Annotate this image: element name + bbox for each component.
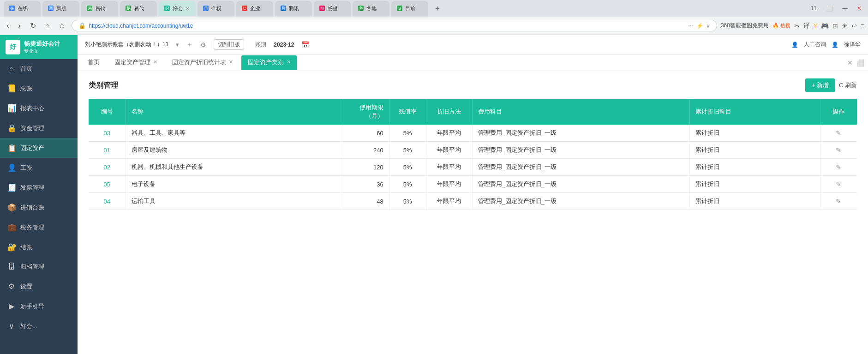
page-header: 类别管理 + 新增 C 刷新 (89, 78, 857, 92)
cell-method: 年限平均 (426, 176, 472, 193)
browser-tab-9[interactable]: M 畅提 (314, 1, 351, 16)
add-btn[interactable]: + 新增 (805, 78, 835, 92)
browser-tab-bar: 在 在线 新 新版 易 易代 易 易代 好 好会 ✕ 个 个税 C 企业 腾 腾… (0, 0, 868, 17)
bookmark-button[interactable]: ☆ (56, 19, 68, 32)
calendar-icon[interactable]: 📅 (301, 41, 309, 48)
browser-tab-10[interactable]: 各 各地 (353, 1, 389, 16)
coin-icon: ¥ (814, 22, 817, 30)
browser-tab-5[interactable]: 好 好会 ✕ (159, 1, 196, 16)
code-link[interactable]: 05 (104, 181, 110, 188)
sidebar-item-settings[interactable]: ⚙ 设置 (0, 276, 78, 296)
page-tab-assets-mgmt[interactable]: 固定资产管理 ✕ (108, 55, 164, 70)
sidebar-item-reports[interactable]: 📊 报表中心 (0, 98, 78, 118)
sidebar-item-assets[interactable]: 📋 固定资产 (0, 138, 78, 158)
settings-icon: ⚙ (7, 282, 16, 291)
edit-btn[interactable]: ✎ (836, 146, 841, 154)
col-header-expense: 费用科目 (472, 99, 689, 125)
cell-method: 年限平均 (426, 193, 472, 210)
tax-icon: 💼 (7, 223, 16, 232)
sidebar-item-payroll[interactable]: 👤 工资 (0, 158, 78, 178)
switch-version-btn[interactable]: 切到旧版 (214, 39, 244, 50)
code-link[interactable]: 01 (104, 147, 110, 154)
sidebar-item-closing[interactable]: 🔐 结账 (0, 237, 78, 257)
forward-button[interactable]: › (15, 20, 23, 32)
browser-tab-11[interactable]: S 目前 (391, 1, 428, 16)
expand-panel-btn[interactable]: ⬜ (856, 59, 864, 66)
cell-code: 05 (89, 176, 126, 193)
close-panel-btn[interactable]: ✕ (847, 59, 853, 66)
col-header-ops: 操作 (820, 99, 857, 125)
address-bar[interactable]: 🔒 https://cloud.chanjet.com/accounting/u… (72, 20, 717, 31)
browser-tab-3[interactable]: 易 易代 (81, 1, 118, 16)
tab-close-5[interactable]: ✕ (186, 6, 189, 11)
sidebar-item-funds[interactable]: 🔒 资金管理 (0, 118, 78, 138)
dropdown-arrow[interactable]: ▾ (176, 41, 179, 48)
window-close[interactable]: ✕ (854, 4, 864, 12)
refresh-btn[interactable]: C 刷新 (839, 78, 857, 92)
menu-icon[interactable]: ≡ (861, 22, 864, 30)
table-row: 03 器具、工具、家具等 60 5% 年限平均 管理费用_固定资产折旧_一级 累… (89, 125, 857, 142)
sidebar-item-archive[interactable]: 🗄 归档管理 (0, 257, 78, 276)
new-tab-btn[interactable]: ＋ (434, 4, 441, 13)
home-button[interactable]: ⌂ (42, 20, 53, 32)
add-book-btn[interactable]: ＋ (186, 41, 193, 49)
more-icon: ∨ (7, 322, 16, 330)
sidebar-item-ledger[interactable]: 📒 总账 (0, 78, 78, 98)
ledger-icon: 📒 (7, 84, 16, 93)
page-tab-home[interactable]: 首页 (81, 55, 106, 70)
archive-icon: 🗄 (7, 263, 16, 271)
window-minimize[interactable]: 11 (808, 4, 820, 12)
settings-btn[interactable]: ⚙ (200, 41, 206, 48)
sidebar-item-more[interactable]: ∨ 好会... (0, 316, 78, 336)
cell-ops: ✎ (820, 193, 857, 210)
sidebar-label-home: 首页 (20, 65, 32, 73)
page-tab-depreciation[interactable]: 固定资产折旧统计表 ✕ (166, 55, 239, 70)
window-controls: 11 ⬜ — ✕ (808, 4, 864, 12)
edit-btn[interactable]: ✎ (836, 129, 841, 137)
app-bar-right: 👤 人工咨询 👤 徐泽华 (791, 41, 861, 48)
page-tab-assets-mgmt-close[interactable]: ✕ (153, 59, 157, 65)
code-link[interactable]: 02 (104, 164, 110, 171)
period-label: 账期 (255, 41, 266, 48)
sidebar-item-guide[interactable]: ▶ 新手引导 (0, 296, 78, 316)
page-tab-category-close[interactable]: ✕ (287, 59, 291, 65)
col-header-name: 名称 (126, 99, 343, 125)
page-tab-depreciation-label: 固定资产折旧统计表 (172, 58, 226, 66)
code-link[interactable]: 03 (104, 130, 110, 137)
browser-tab-6[interactable]: 个 个税 (198, 1, 234, 16)
col-header-period: 使用期限（月） (343, 99, 389, 125)
edit-btn[interactable]: ✎ (836, 163, 841, 171)
support-label[interactable]: 人工咨询 (804, 41, 826, 48)
page-tab-depreciation-close[interactable]: ✕ (229, 59, 233, 65)
window-maximize[interactable]: — (839, 4, 850, 12)
sidebar-item-invoice[interactable]: 🧾 发票管理 (0, 178, 78, 198)
cell-period: 60 (343, 125, 389, 142)
page-tab-bar: 首页 固定资产管理 ✕ 固定资产折旧统计表 ✕ 固定资产类别 ✕ ✕ ⬜ (78, 54, 868, 71)
browser-tab-1[interactable]: 在 在线 (4, 1, 41, 16)
sidebar-label-tax: 税务管理 (20, 223, 44, 232)
edit-btn[interactable]: ✎ (836, 198, 841, 205)
reload-button[interactable]: ↻ (27, 19, 39, 32)
browser-tab-4[interactable]: 易 易代 (120, 1, 157, 16)
cell-method: 年限平均 (426, 125, 472, 142)
edit-btn[interactable]: ✎ (836, 180, 841, 188)
cell-name: 器具、工具、家具等 (126, 125, 343, 142)
code-link[interactable]: 04 (104, 198, 110, 205)
page-tab-category-label: 固定资产类别 (248, 58, 284, 66)
sidebar-item-tax[interactable]: 💼 税务管理 (0, 217, 78, 237)
home-icon: ⌂ (7, 65, 16, 73)
sidebar-item-home[interactable]: ⌂ 首页 (0, 59, 78, 78)
back-button[interactable]: ‹ (4, 20, 12, 32)
page-tab-category[interactable]: 固定资产类别 ✕ (241, 55, 297, 70)
sidebar-label-archive: 归档管理 (20, 263, 44, 271)
cell-name: 机器、机械和其他生产设备 (126, 159, 343, 176)
sidebar-item-stock[interactable]: 📦 进销台账 (0, 198, 78, 217)
browser-tab-8[interactable]: 腾 腾讯 (275, 1, 312, 16)
sidebar-label-settings: 设置 (20, 282, 32, 291)
sidebar-label-funds: 资金管理 (20, 124, 44, 132)
sidebar-label-stock: 进销台账 (20, 204, 44, 212)
browser-tab-2[interactable]: 新 新版 (42, 1, 79, 16)
window-restore[interactable]: ⬜ (823, 4, 836, 12)
cell-ops: ✎ (820, 159, 857, 176)
browser-tab-7[interactable]: C 企业 (236, 1, 273, 16)
